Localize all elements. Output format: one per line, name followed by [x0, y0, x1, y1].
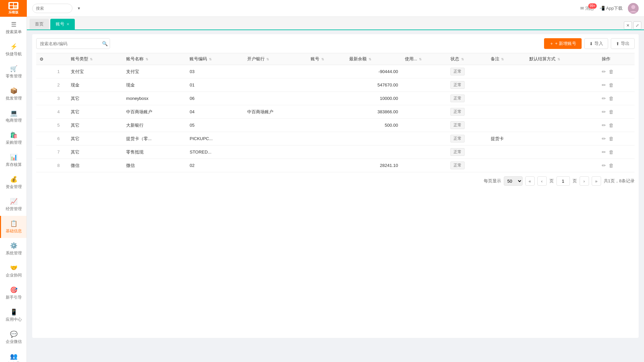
toolbar-row: 🔍 ＋ + 新增账号 ⬇ 导入 ⬆ 导出: [36, 38, 635, 49]
edit-icon[interactable]: ✏: [602, 136, 606, 142]
sidebar-item-ecommerce[interactable]: 💻 电商管理: [0, 105, 26, 127]
action-icons: ✏ 🗑: [602, 122, 631, 128]
sidebar-item-member[interactable]: 👥 畅会员: [0, 349, 26, 362]
ecommerce-icon: 💻: [10, 109, 17, 117]
delete-icon[interactable]: 🗑: [609, 96, 614, 101]
tab-account-close[interactable]: ✕: [66, 22, 69, 26]
sidebar-item-search[interactable]: ☰ 搜索菜单: [0, 17, 26, 39]
import-button[interactable]: ⬇ 导入: [584, 38, 608, 49]
sidebar-item-basic-info[interactable]: 📋 基础信息: [0, 216, 26, 238]
avatar[interactable]: [628, 3, 639, 14]
sidebar-item-app-center[interactable]: 📱 应用中心: [0, 304, 26, 326]
account-no-column-header[interactable]: 账号 ⇅: [307, 53, 346, 65]
row-code-cell: 06: [186, 92, 244, 105]
delete-icon[interactable]: 🗑: [609, 109, 614, 115]
status-column-header[interactable]: 状态 ⇅: [447, 53, 487, 65]
row-code-cell: PICKUPC...: [186, 132, 244, 145]
sidebar-item-operations[interactable]: 📈 经营管理: [0, 194, 26, 216]
edit-icon[interactable]: ✏: [602, 163, 606, 169]
row-default-payment-cell: [526, 78, 598, 92]
default-payment-column-header[interactable]: 默认结算方式 ⇅: [526, 53, 598, 65]
edit-icon[interactable]: ✏: [602, 69, 606, 75]
tab-close-all-button[interactable]: ✕: [624, 21, 632, 29]
next-page-button[interactable]: ›: [580, 176, 589, 186]
search-input[interactable]: [37, 41, 100, 46]
row-usage-cell: [401, 159, 447, 172]
edit-icon[interactable]: ✏: [602, 82, 606, 88]
sidebar-item-inventory[interactable]: 📊 库存核算: [0, 149, 26, 172]
first-page-button[interactable]: «: [525, 176, 535, 186]
row-remark-cell: [487, 159, 526, 172]
table-row: 2 现金 现金 01 547670.00 正常 ✏ 🗑: [36, 78, 635, 92]
row-balance-cell: 383866.00: [346, 105, 401, 119]
row-type-cell: 其它: [67, 145, 123, 159]
add-account-button[interactable]: ＋ + 新增账号: [544, 38, 582, 49]
row-usage-cell: [401, 78, 447, 92]
row-bank-cell: [244, 65, 307, 78]
gear-column-header[interactable]: ⚙: [36, 53, 50, 65]
row-num-cell: 3: [50, 92, 67, 105]
type-column-header[interactable]: 账号类型 ⇅: [67, 53, 123, 65]
row-name-cell: 现金: [123, 78, 186, 92]
tab-maximize-button[interactable]: ⤢: [633, 21, 641, 29]
header-dropdown[interactable]: ▾: [76, 6, 80, 11]
action-buttons: ＋ + 新增账号 ⬇ 导入 ⬆ 导出: [544, 38, 635, 49]
action-icons: ✏ 🗑: [602, 109, 631, 115]
sidebar-item-label: 企业微信: [6, 339, 22, 345]
prev-page-button[interactable]: ‹: [537, 176, 547, 186]
code-column-header[interactable]: 账号编码 ⇅: [186, 53, 244, 65]
message-button[interactable]: ✉ 消息 99+: [580, 5, 594, 11]
usage-column-header[interactable]: 使用... ⇅: [401, 53, 447, 65]
table-row: 8 微信 微信 02 28241.10 正常 ✏ 🗑: [36, 159, 635, 172]
row-usage-cell: [401, 119, 447, 132]
delete-icon[interactable]: 🗑: [609, 69, 614, 74]
sidebar-item-purchase[interactable]: 🛍️ 采购管理: [0, 127, 26, 149]
row-action-cell: ✏ 🗑: [598, 105, 635, 119]
page-size-select[interactable]: 10 20 50 100: [504, 176, 523, 186]
delete-icon[interactable]: 🗑: [609, 136, 614, 141]
delete-icon[interactable]: 🗑: [609, 149, 614, 155]
row-name-cell: 零售抵现: [123, 145, 186, 159]
sidebar-item-enterprise-agreement[interactable]: 🤝 企业协同: [0, 260, 26, 282]
export-icon: ⬆: [616, 41, 620, 46]
sidebar-item-new-guide[interactable]: 🎯 新手引导: [0, 282, 26, 304]
sidebar-item-enterprise-wechat[interactable]: 💬 企业微信: [0, 326, 26, 349]
status-badge: 正常: [450, 148, 465, 156]
last-page-button[interactable]: »: [592, 176, 601, 186]
tab-home[interactable]: 首页: [30, 19, 49, 29]
import-label: 导入: [594, 41, 603, 47]
sidebar-item-retail[interactable]: 🛒 零售管理: [0, 61, 26, 83]
delete-icon[interactable]: 🗑: [609, 163, 614, 168]
default-payment-col-label: 默认结算方式: [529, 56, 555, 61]
delete-icon[interactable]: 🗑: [609, 82, 614, 88]
export-button[interactable]: ⬆ 导出: [611, 38, 635, 49]
svg-rect-3: [14, 6, 17, 8]
sidebar-item-label: 采购管理: [6, 140, 22, 145]
total-label: 共1页，8条记录: [604, 178, 635, 184]
bank-column-header[interactable]: 开户银行 ⇅: [244, 53, 307, 65]
action-col-label: 操作: [602, 56, 610, 61]
row-status-cell: 正常: [447, 159, 487, 172]
sidebar-item-finance[interactable]: 💰 资金管理: [0, 172, 26, 194]
header-search-input[interactable]: [32, 4, 72, 13]
search-button[interactable]: 🔍: [100, 38, 110, 49]
row-code-cell: 04: [186, 105, 244, 119]
edit-icon[interactable]: ✏: [602, 96, 606, 102]
page-number-input[interactable]: [556, 176, 570, 186]
edit-icon[interactable]: ✏: [602, 149, 606, 155]
row-action-cell: ✏ 🗑: [598, 119, 635, 132]
row-remark-cell: [487, 145, 526, 159]
sidebar-item-system[interactable]: ⚙️ 系统管理: [0, 238, 26, 260]
tab-account[interactable]: 账号 ✕: [50, 19, 75, 29]
edit-icon[interactable]: ✏: [602, 122, 606, 128]
sidebar-item-wholesale[interactable]: 📦 批发管理: [0, 83, 26, 105]
remark-column-header[interactable]: 备注 ⇅: [487, 53, 526, 65]
edit-icon[interactable]: ✏: [602, 109, 606, 115]
add-account-label: + 新增账号: [555, 41, 576, 47]
app-download-button[interactable]: 📲 App下载: [599, 5, 623, 11]
sidebar-item-quick-nav[interactable]: ⚡ 快捷导航: [0, 39, 26, 61]
delete-icon[interactable]: 🗑: [609, 122, 614, 128]
name-column-header[interactable]: 账号名称 ⇅: [123, 53, 186, 65]
status-badge: 正常: [450, 68, 465, 75]
balance-column-header[interactable]: 最新余额 ⇅: [346, 53, 401, 65]
